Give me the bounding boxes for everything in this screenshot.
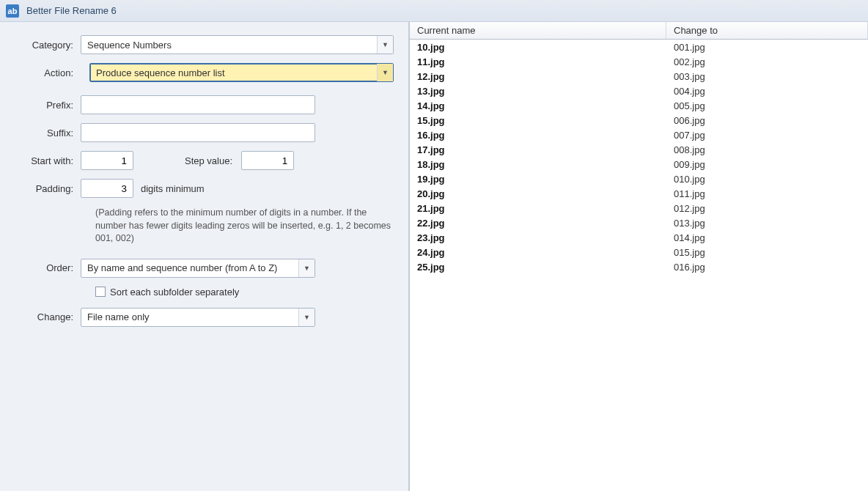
order-select[interactable]: By name and sequence number (from A to Z… bbox=[81, 259, 315, 278]
padding-input[interactable] bbox=[81, 179, 133, 198]
table-row[interactable]: 17.jpg008.jpg bbox=[410, 142, 868, 157]
step-value-input[interactable] bbox=[241, 151, 294, 170]
change-select-value: File name only bbox=[81, 311, 155, 322]
cell-change-to: 009.jpg bbox=[666, 159, 868, 170]
action-select[interactable]: Produce sequence number list ▼ bbox=[89, 63, 394, 82]
chevron-down-icon: ▼ bbox=[304, 265, 310, 272]
step-value-label: Step value: bbox=[185, 155, 232, 166]
cell-change-to: 008.jpg bbox=[666, 144, 868, 155]
cell-current-name: 15.jpg bbox=[410, 115, 666, 126]
preview-rows: 10.jpg001.jpg11.jpg002.jpg12.jpg003.jpg1… bbox=[410, 40, 868, 274]
cell-change-to: 010.jpg bbox=[666, 174, 868, 185]
sort-subfolder-label: Sort each subfolder separately bbox=[110, 287, 239, 298]
padding-unit: digits minimum bbox=[141, 183, 205, 194]
cell-change-to: 016.jpg bbox=[666, 262, 868, 273]
cell-change-to: 013.jpg bbox=[666, 218, 868, 229]
header-change-to[interactable]: Change to bbox=[666, 22, 868, 39]
table-row[interactable]: 10.jpg001.jpg bbox=[410, 40, 868, 54]
cell-current-name: 16.jpg bbox=[410, 130, 666, 141]
chevron-down-icon: ▼ bbox=[382, 69, 389, 76]
cell-change-to: 004.jpg bbox=[666, 86, 868, 97]
cell-current-name: 21.jpg bbox=[410, 203, 666, 214]
action-select-value: Produce sequence number list bbox=[90, 67, 231, 78]
padding-hint: (Padding refers to the minimum number of… bbox=[95, 207, 394, 246]
table-row[interactable]: 23.jpg014.jpg bbox=[410, 230, 868, 245]
prefix-label: Prefix: bbox=[15, 100, 81, 111]
chevron-down-icon: ▼ bbox=[304, 314, 310, 321]
table-row[interactable]: 18.jpg009.jpg bbox=[410, 157, 868, 171]
sort-subfolder-checkbox[interactable] bbox=[95, 287, 106, 297]
action-label: Action: bbox=[15, 67, 81, 78]
cell-current-name: 22.jpg bbox=[410, 218, 666, 229]
table-row[interactable]: 11.jpg002.jpg bbox=[410, 54, 868, 69]
start-with-input[interactable] bbox=[81, 151, 133, 170]
cell-current-name: 19.jpg bbox=[410, 174, 666, 185]
prefix-input[interactable] bbox=[81, 95, 315, 114]
app-title: Better File Rename 6 bbox=[26, 5, 117, 16]
preview-panel: Current name Change to 10.jpg001.jpg11.j… bbox=[409, 22, 868, 491]
cell-current-name: 12.jpg bbox=[410, 71, 666, 82]
preview-header: Current name Change to bbox=[410, 22, 868, 40]
category-select-button[interactable]: ▼ bbox=[377, 36, 393, 53]
cell-change-to: 012.jpg bbox=[666, 203, 868, 214]
header-current-name[interactable]: Current name bbox=[410, 22, 666, 39]
order-select-value: By name and sequence number (from A to Z… bbox=[81, 262, 283, 273]
titlebar: ab Better File Rename 6 bbox=[0, 0, 868, 22]
suffix-label: Suffix: bbox=[15, 128, 81, 139]
cell-change-to: 006.jpg bbox=[666, 115, 868, 126]
cell-current-name: 25.jpg bbox=[410, 262, 666, 273]
cell-change-to: 014.jpg bbox=[666, 232, 868, 243]
cell-current-name: 20.jpg bbox=[410, 188, 666, 199]
settings-panel: Category: Sequence Numbers ▼ Action: Pro… bbox=[0, 22, 409, 491]
cell-change-to: 015.jpg bbox=[666, 247, 868, 258]
order-label: Order: bbox=[15, 262, 81, 273]
cell-change-to: 005.jpg bbox=[666, 100, 868, 111]
cell-current-name: 10.jpg bbox=[410, 42, 666, 53]
cell-current-name: 11.jpg bbox=[410, 56, 666, 67]
cell-change-to: 007.jpg bbox=[666, 130, 868, 141]
table-row[interactable]: 16.jpg007.jpg bbox=[410, 128, 868, 142]
cell-change-to: 003.jpg bbox=[666, 71, 868, 82]
category-select-value: Sequence Numbers bbox=[81, 40, 177, 51]
table-row[interactable]: 15.jpg006.jpg bbox=[410, 113, 868, 128]
chevron-down-icon: ▼ bbox=[382, 41, 389, 48]
app-icon: ab bbox=[6, 4, 19, 18]
suffix-input[interactable] bbox=[81, 123, 315, 142]
app-icon-glyph: ab bbox=[8, 7, 18, 15]
cell-current-name: 23.jpg bbox=[410, 232, 666, 243]
table-row[interactable]: 14.jpg005.jpg bbox=[410, 98, 868, 113]
cell-change-to: 011.jpg bbox=[666, 188, 868, 199]
padding-label: Padding: bbox=[15, 183, 81, 194]
category-select[interactable]: Sequence Numbers ▼ bbox=[81, 35, 394, 54]
table-row[interactable]: 22.jpg013.jpg bbox=[410, 215, 868, 230]
table-row[interactable]: 12.jpg003.jpg bbox=[410, 69, 868, 84]
start-with-label: Start with: bbox=[15, 155, 81, 166]
table-row[interactable]: 19.jpg010.jpg bbox=[410, 171, 868, 186]
table-row[interactable]: 21.jpg012.jpg bbox=[410, 201, 868, 215]
cell-current-name: 18.jpg bbox=[410, 159, 666, 170]
table-row[interactable]: 13.jpg004.jpg bbox=[410, 84, 868, 98]
order-select-button[interactable]: ▼ bbox=[298, 259, 315, 277]
cell-current-name: 13.jpg bbox=[410, 86, 666, 97]
cell-change-to: 002.jpg bbox=[666, 56, 868, 67]
cell-current-name: 24.jpg bbox=[410, 247, 666, 258]
table-row[interactable]: 20.jpg011.jpg bbox=[410, 186, 868, 201]
table-row[interactable]: 24.jpg015.jpg bbox=[410, 245, 868, 259]
change-label: Change: bbox=[15, 311, 81, 322]
table-row[interactable]: 25.jpg016.jpg bbox=[410, 259, 868, 274]
cell-current-name: 17.jpg bbox=[410, 144, 666, 155]
cell-change-to: 001.jpg bbox=[666, 42, 868, 53]
cell-current-name: 14.jpg bbox=[410, 100, 666, 111]
change-select[interactable]: File name only ▼ bbox=[81, 308, 315, 327]
action-select-button[interactable]: ▼ bbox=[377, 64, 393, 81]
change-select-button[interactable]: ▼ bbox=[298, 309, 315, 326]
category-label: Category: bbox=[15, 40, 81, 51]
